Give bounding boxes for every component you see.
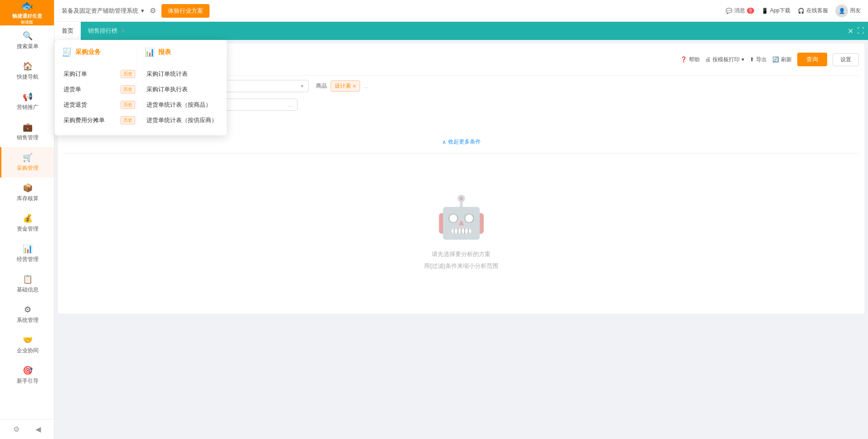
header-settings-icon[interactable]: ⚙	[150, 6, 156, 15]
incoming-label: 进货单	[63, 85, 81, 94]
refresh-btn[interactable]: 🔄 刷新	[772, 56, 792, 64]
goods-filter: 商品 设计素 × ...	[316, 80, 369, 92]
menu-item-incoming-stat-goods[interactable]: 进货单统计表（按商品）	[145, 97, 220, 113]
messages-btn[interactable]: 💬 消息 9	[726, 7, 754, 15]
maximize-icon[interactable]: ⛶	[857, 27, 864, 35]
dropdown-arrow-icon: ▾	[141, 7, 144, 14]
export-btn[interactable]: ⬆ 导出	[750, 56, 767, 64]
sidebar-item-search[interactable]: 🔍 搜索菜单	[0, 25, 54, 56]
user-avatar: 👤	[835, 5, 848, 17]
help-icon: ❓	[680, 56, 687, 63]
sidebar-item-basic[interactable]: 📋 基础信息	[0, 269, 54, 299]
help-btn[interactable]: ❓ 帮助	[680, 56, 700, 64]
guide-icon: 🎯	[23, 365, 33, 375]
incoming-return-label: 进货退货	[63, 101, 87, 109]
tab-bar: 首页 销售排行榜 ✕ ✕ ⛶	[54, 22, 868, 40]
incoming-stat-supplier-label: 进货单统计表（按供应商）	[146, 116, 217, 124]
online-service-btn[interactable]: 🎧 在线客服	[798, 7, 828, 15]
tab-sales-ranking-label: 销售排行榜	[88, 27, 117, 35]
menu-item-order-stat[interactable]: 采购订单统计表	[145, 66, 220, 82]
purchase-business-col: 🧾 采购业务 采购订单 历史 进货单 历史 进货退货 历史 采购费用分摊单 历史	[62, 47, 137, 128]
settings-btn[interactable]: 设置	[833, 53, 859, 66]
message-badge: 9	[747, 8, 754, 14]
sidebar-label-finance: 资金管理	[17, 225, 39, 233]
purchase-business-icon: 🧾	[62, 47, 72, 57]
system-icon: ⚙	[24, 305, 31, 315]
print-btn[interactable]: 🖨 按模板打印 ▾	[705, 56, 744, 64]
purchase-icon: 🛒	[23, 153, 33, 163]
app-download-btn[interactable]: 📱 App下载	[761, 7, 790, 15]
goods-more[interactable]: ...	[364, 83, 369, 89]
sidebar-settings-btn[interactable]: ⚙	[13, 425, 20, 434]
basic-icon: 📋	[23, 274, 33, 284]
logo-title: 畅捷通好生意	[12, 13, 42, 19]
close-all-icon[interactable]: ✕	[848, 27, 853, 35]
export-icon: ⬆	[750, 56, 754, 63]
incoming-history: 历史	[121, 85, 135, 94]
sidebar-item-system[interactable]: ⚙ 系统管理	[0, 299, 54, 330]
system-title-dropdown[interactable]: 装备及固定资产辅助管理系统 ▾	[62, 7, 144, 15]
sidebar-item-inventory[interactable]: 📦 库存核算	[0, 178, 54, 208]
tab-close-icon[interactable]: ✕	[121, 28, 126, 34]
refresh-icon: 🔄	[772, 56, 779, 63]
incoming-stat-goods-label: 进货单统计表（按商品）	[146, 101, 211, 109]
print-icon: 🖨	[705, 56, 711, 63]
operation-icon: 📊	[23, 244, 33, 254]
purchase-report-title: 📊 报表	[145, 47, 220, 61]
sidebar-logo: 🐟 畅捷通好生意 标准版	[0, 0, 54, 25]
user-name: 用友	[850, 7, 861, 15]
sidebar-item-guide[interactable]: 🎯 新手引导	[0, 360, 54, 390]
voucher-status-select[interactable]: ▾	[218, 80, 309, 92]
sidebar-item-corp[interactable]: 🤝 企业协同	[0, 330, 54, 360]
collapse-btn[interactable]: ∧ 收起更多条件	[63, 134, 859, 149]
salesman-more[interactable]: ...	[288, 101, 293, 108]
goods-label: 商品	[316, 82, 327, 90]
sidebar-item-marketing[interactable]: 📢 营销推广	[0, 86, 54, 117]
goods-tag-close[interactable]: ×	[353, 83, 356, 89]
finance-icon: 💰	[23, 213, 33, 223]
menu-item-incoming[interactable]: 进货单 历史	[62, 82, 137, 97]
logo-badge: 标准版	[21, 20, 33, 25]
home-icon: 🏠	[23, 61, 33, 71]
user-menu[interactable]: 👤 用友	[835, 5, 861, 17]
header-right: 💬 消息 9 📱 App下载 🎧 在线客服 👤 用友	[726, 5, 861, 17]
app-download-label: App下载	[770, 7, 790, 15]
sidebar-label-quick-nav: 快捷导航	[17, 73, 39, 81]
tab-home[interactable]: 首页	[54, 22, 81, 40]
sidebar-label-sales: 销售管理	[17, 134, 39, 142]
tabs-controls: ✕ ⛶	[848, 27, 864, 35]
sidebar-label-guide: 新手引导	[17, 377, 39, 385]
online-service-label: 在线客服	[806, 7, 828, 15]
menu-item-purchase-order[interactable]: 采购订单 历史	[62, 66, 137, 82]
inventory-icon: 📦	[23, 183, 33, 193]
tab-sales-ranking[interactable]: 销售排行榜 ✕	[81, 22, 133, 40]
purchase-business-label: 采购业务	[75, 48, 101, 56]
query-btn[interactable]: 查询	[797, 53, 827, 66]
sidebar-label-basic: 基础信息	[17, 286, 39, 294]
menu-item-purchase-expense[interactable]: 采购费用分摊单 历史	[62, 113, 137, 128]
sidebar: 🐟 畅捷通好生意 标准版 🔍 搜索菜单 🏠 快捷导航 📢 营销推广 💼 销售管理…	[0, 0, 54, 439]
incoming-return-history: 历史	[121, 101, 135, 109]
sidebar-item-finance[interactable]: 💰 资金管理	[0, 208, 54, 238]
sidebar-item-purchase[interactable]: 🛒 采购管理	[0, 147, 54, 178]
menu-item-incoming-stat-supplier[interactable]: 进货单统计表（按供应商）	[145, 113, 220, 128]
sidebar-label-corp: 企业协同	[17, 347, 39, 355]
order-stat-label: 采购订单统计表	[146, 70, 188, 78]
service-icon: 🎧	[798, 8, 805, 14]
sidebar-item-sales[interactable]: 💼 销售管理	[0, 117, 54, 147]
empty-hint2: 用[过滤]条件来缩小分析范围	[424, 262, 498, 270]
empty-illustration: 🤖	[436, 193, 487, 241]
sidebar-collapse-btn[interactable]: ◀	[35, 425, 41, 434]
purchase-report-label: 报表	[158, 48, 171, 56]
industry-btn[interactable]: 体验行业方案	[161, 4, 210, 18]
menu-item-order-exec[interactable]: 采购订单执行表	[145, 82, 220, 97]
purchase-order-label: 采购订单	[63, 70, 87, 78]
menu-item-incoming-return[interactable]: 进货退货 历史	[62, 97, 137, 113]
sidebar-item-operation[interactable]: 📊 经营管理	[0, 238, 54, 269]
print-dropdown-icon: ▾	[741, 56, 744, 63]
logo-icon: 🐟	[21, 0, 33, 12]
purchase-order-history: 历史	[121, 70, 135, 78]
purchase-business-title: 🧾 采购业务	[62, 47, 137, 61]
purchase-expense-label: 采购费用分摊单	[63, 116, 105, 124]
sidebar-item-quick-nav[interactable]: 🏠 快捷导航	[0, 56, 54, 86]
